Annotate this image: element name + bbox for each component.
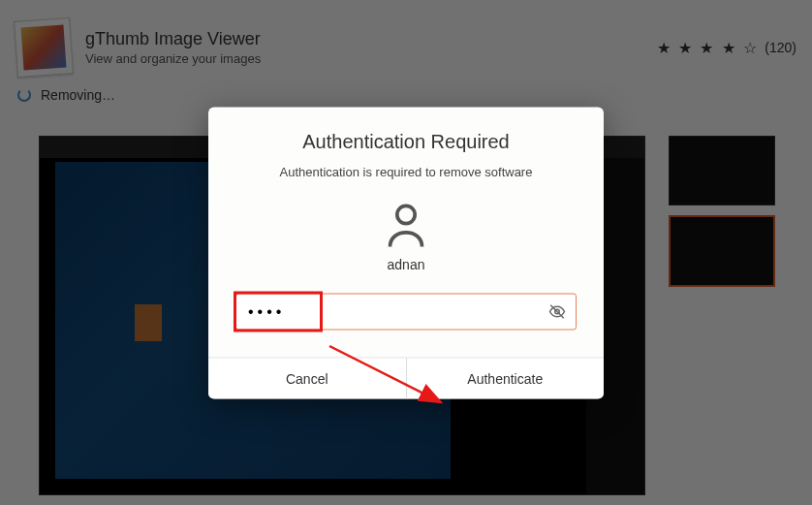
dialog-subtitle: Authentication is required to remove sof… bbox=[235, 164, 577, 178]
cancel-button[interactable]: Cancel bbox=[208, 358, 407, 398]
password-input[interactable] bbox=[235, 293, 577, 330]
authenticate-button[interactable]: Authenticate bbox=[407, 358, 605, 398]
auth-dialog: Authentication Required Authentication i… bbox=[208, 107, 604, 398]
username-label: adnan bbox=[235, 256, 577, 271]
toggle-password-visibility-button[interactable] bbox=[544, 298, 571, 325]
svg-point-0 bbox=[397, 205, 415, 223]
user-icon bbox=[385, 202, 427, 248]
dialog-title: Authentication Required bbox=[235, 130, 577, 152]
eye-off-icon bbox=[548, 302, 566, 320]
